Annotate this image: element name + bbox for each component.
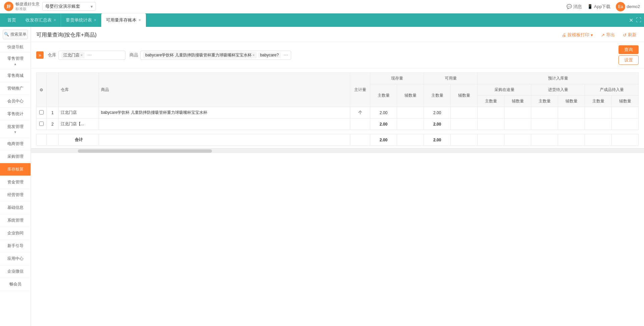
row1-checkbox[interactable] [37,107,47,119]
sidebar-item-vip-member[interactable]: 畅会员 [0,278,31,291]
export-icon: ↗ [601,33,605,38]
template-print-btn[interactable]: 🖨 按模板打印 ▾ [560,31,595,39]
filter-buttons: 查询 设置 [619,45,639,65]
content-area: 可用量查询(按仓库+商品) 🖨 按模板打印 ▾ ↗ 导出 ↺ 刷新 [31,27,644,326]
sidebar-item-new-guide[interactable]: 新手引导 [0,240,31,252]
table-row: 1 江北门店 babycare学饮杯 儿童防摔防撞吸管杯重力球吸嘴杯宝宝水杯 个… [37,107,639,119]
sidebar-item-enterprise-wechat[interactable]: 企业微信 [0,265,31,278]
row1-production-pending-main [585,107,612,119]
row1-inbound-pending-main [531,107,558,119]
row2-warehouse: 江北门店【... [59,119,99,130]
sidebar-item-ecommerce[interactable]: 电商管理 [0,138,31,150]
warehouse-filter-input[interactable]: 江北门店 × ··· [58,51,125,60]
inbound-pending-aux-header: 辅数量 [558,96,585,107]
checkbox[interactable] [39,110,44,114]
row1-purchase-transit-aux [504,107,531,119]
header-right: 💬 消息 📱 App下载 Ea demo2 [567,2,640,11]
checkbox[interactable] [39,122,44,126]
inbound-pending-main-header: 主数量 [531,96,558,107]
sidebar-item-label: 企业协同 [7,230,23,236]
tab-receive-summary-close[interactable]: × [54,18,56,22]
sidebar-item-purchase[interactable]: 采购管理 [0,150,31,163]
row2-checkbox[interactable] [37,119,47,130]
row2-avail-aux [451,119,478,130]
scroll-thumb[interactable] [78,149,212,153]
tab-home[interactable]: 首页 [3,13,21,27]
totals-section: 合计 2.00 2.00 [31,134,644,148]
sidebar-item-retail-mgmt[interactable]: 零售管理 ▲ [0,52,31,69]
sidebar-item-basic-info[interactable]: 基础信息 [0,201,31,214]
row2-unit [350,119,370,130]
maximize-icon[interactable]: ⛶ [636,17,641,23]
sidebar-item-wholesale-mgmt[interactable]: 批发管理 ▼ [0,121,31,138]
stock-main-qty-header: 主数量 [370,84,397,107]
sidebar-item-inventory[interactable]: 库存核算 [0,163,31,176]
goods-tag-1: babycare学饮杯 儿童防摔防撞吸管杯重力球吸嘴杯宝宝水杯 × [143,52,257,58]
refresh-btn[interactable]: ↺ 刷新 [621,31,639,39]
warehouse-filter-dots[interactable]: ··· [87,52,92,58]
goods-filter-label: 商品 [129,52,138,58]
row1-stock-main: 2.00 [370,107,397,119]
sidebar-item-enterprise[interactable]: 企业协同 [0,227,31,240]
search-menu-btn[interactable]: 🔍 搜索菜单 [3,30,28,39]
message-btn[interactable]: 💬 消息 [567,4,582,10]
tab-available-inventory[interactable]: 可用量库存账本 × [101,13,146,27]
sidebar-item-label: 系统管理 [7,218,23,223]
sidebar-item-system-mgmt[interactable]: 系统管理 [0,214,31,227]
sidebar-item-operations[interactable]: 经营管理 [0,189,31,201]
filter-expand-btn[interactable]: » [36,51,44,59]
sidebar-item-label: 会员中心 [7,98,23,104]
sidebar-item-label: 零售管理 [7,56,23,61]
export-btn[interactable]: ↗ 导出 [599,31,617,39]
close-all-icon[interactable]: ✕ [629,17,633,24]
goods-tag-remove[interactable]: × [253,53,255,57]
row1-index: 1 [47,107,59,119]
avail-main-qty-header: 主数量 [424,84,451,107]
query-btn[interactable]: 查询 [619,45,639,54]
col-available-qty-header: 可用量 [424,73,478,84]
col-goods-header: 商品 [99,73,350,107]
nav-tabs-bar: 首页 收发存汇总表 × 要货单统计表 × 可用量库存账本 × ✕ ⛶ [0,13,644,27]
warehouse-tag-remove[interactable]: × [80,53,83,57]
sidebar-item-label: 零售商城 [7,73,23,79]
row1-warehouse: 江北门店 [59,107,99,119]
refresh-label: 刷新 [628,32,637,38]
sidebar-item-retail-mall[interactable]: 零售商城 [0,69,31,82]
sidebar-item-member-center[interactable]: 会员中心 [0,95,31,108]
industry-selector[interactable]: 母婴行业演示账套 ▾ [42,2,96,11]
main-layout: 🔍 搜索菜单 快捷导航 零售管理 ▲ 零售商城 营销推广 会员中心 零售统计 批… [0,27,644,326]
page-actions: 🖨 按模板打印 ▾ ↗ 导出 ↺ 刷新 [560,31,639,39]
goods-filter-dots[interactable]: ··· [283,52,288,58]
app-download-btn[interactable]: 📱 App下载 [587,4,610,10]
row2-production-pending-aux [612,119,639,130]
quick-nav-btn[interactable]: 快捷导航 [0,42,31,52]
sidebar-item-finance[interactable]: 资金管理 [0,176,31,189]
industry-selector-text: 母婴行业演示账套 [45,3,80,9]
sidebar-item-label: 应用中心 [7,256,23,262]
settings-btn[interactable]: 设置 [619,55,639,65]
table-row: 2 江北门店【... 2.00 2.00 [37,119,639,130]
expand-icon: ▼ [14,130,17,134]
export-label: 导出 [606,32,615,38]
horizontal-scrollbar[interactable] [31,148,644,153]
sidebar-item-app-center[interactable]: 应用中心 [0,252,31,265]
col-settings-header[interactable]: ⚙ [37,73,47,107]
sidebar-item-retail-stats[interactable]: 零售统计 [0,108,31,121]
goods-filter-input[interactable]: babycare学饮杯 儿童防摔防撞吸管杯重力球吸嘴杯宝宝水杯 × babyca… [140,51,291,60]
sidebar-item-marketing[interactable]: 营销推广 [0,82,31,95]
row2-goods [99,119,350,130]
tab-receive-summary[interactable]: 收发存汇总表 × [21,13,61,27]
print-icon: 🖨 [562,33,566,38]
sidebar-item-label: 批发管理 [7,124,23,130]
row1-unit: 个 [350,107,370,119]
totals-avail-aux [451,134,478,146]
user-menu[interactable]: Ea demo2 [616,2,640,11]
production-pending-main-header: 主数量 [585,96,612,107]
totals-ip-main [531,134,558,146]
tab-home-label: 首页 [7,17,16,23]
tab-order-stats-close[interactable]: × [94,18,96,22]
warehouse-tag-text: 江北门店 [63,52,79,58]
sidebar-item-label: 基础信息 [7,205,23,211]
tab-order-stats[interactable]: 要货单统计表 × [61,13,101,27]
tab-available-inventory-close[interactable]: × [139,18,141,22]
